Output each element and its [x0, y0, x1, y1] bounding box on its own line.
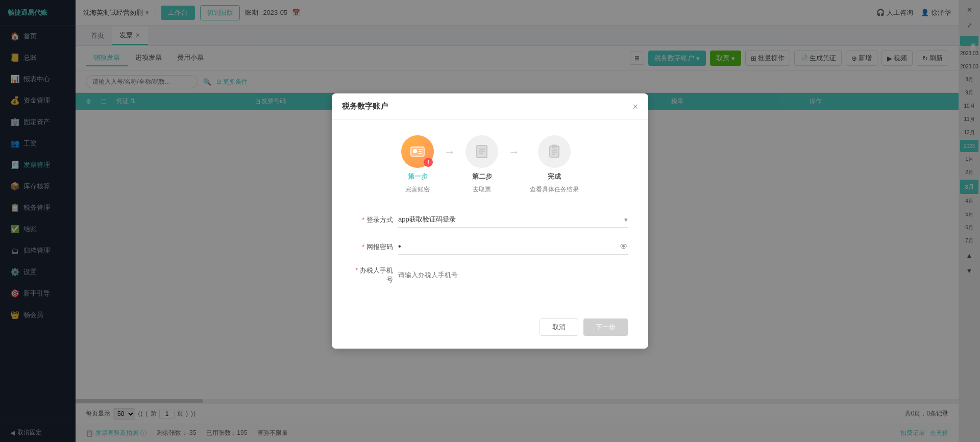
step3-label: 完成	[548, 172, 561, 181]
form-item-password: * 网报密码 👁	[352, 239, 628, 255]
step2-desc: 去取票	[473, 185, 491, 194]
login-method-select[interactable]: app获取验证码登录 ▾	[398, 212, 628, 228]
next-button[interactable]: 下一步	[583, 318, 628, 336]
dialog-close-btn[interactable]: ×	[632, 102, 638, 111]
phone-input[interactable]	[398, 268, 628, 282]
dialog-footer: 取消 下一步	[332, 311, 648, 349]
required-mark: *	[362, 216, 364, 224]
steps-indicator: ! 第一步 完善账密 →	[352, 135, 628, 194]
required-mark: *	[355, 266, 358, 274]
step3-desc: 查看具体任务结果	[530, 185, 579, 194]
step1-icon: !	[401, 135, 434, 168]
form-item-phone: * 办税人手机号	[352, 266, 628, 284]
step-1: ! 第一步 完善账密	[401, 135, 434, 194]
dropdown-chevron-icon: ▾	[624, 216, 628, 224]
dialog-body: ! 第一步 完善账密 →	[332, 120, 648, 311]
dialog-title: 税务数字账户	[342, 102, 388, 111]
password-toggle-icon[interactable]: 👁	[620, 242, 628, 252]
step1-badge: !	[424, 158, 433, 167]
phone-field-wrapper	[398, 268, 628, 282]
document-icon	[474, 143, 490, 160]
dialog-form: * 登录方式 app获取验证码登录 ▾ * 网报密码	[352, 212, 628, 284]
step3-icon	[538, 135, 571, 168]
svg-rect-2	[419, 149, 423, 150]
password-field-wrapper: 👁	[398, 239, 628, 255]
login-method-label: * 登录方式	[352, 215, 398, 225]
step2-icon	[465, 135, 498, 168]
phone-label: * 办税人手机号	[352, 266, 398, 284]
cancel-button[interactable]: 取消	[540, 318, 578, 336]
svg-rect-4	[419, 153, 422, 154]
svg-rect-10	[552, 145, 556, 148]
step-arrow-2: →	[508, 145, 520, 159]
step1-desc: 完善账密	[405, 185, 430, 194]
password-label: * 网报密码	[352, 242, 398, 252]
dialog-header: 税务数字账户 ×	[332, 93, 648, 120]
step2-label: 第二步	[472, 172, 492, 181]
form-item-login-method: * 登录方式 app获取验证码登录 ▾	[352, 212, 628, 228]
step-2: 第二步 去取票	[465, 135, 498, 194]
svg-rect-3	[419, 151, 422, 152]
step-3: 完成 查看具体任务结果	[530, 135, 579, 194]
step1-label: 第一步	[408, 172, 428, 181]
step-arrow-1: →	[444, 145, 455, 159]
person-card-icon	[409, 143, 426, 160]
required-mark: *	[362, 243, 364, 251]
clipboard-icon	[546, 143, 562, 160]
svg-point-1	[413, 149, 417, 153]
password-input[interactable]	[398, 239, 628, 255]
login-method-value: app获取验证码登录	[398, 215, 456, 224]
tax-digital-account-dialog: 税务数字账户 × !	[332, 93, 648, 349]
dialog-overlay: 税务数字账户 × !	[0, 0, 980, 442]
svg-rect-0	[411, 147, 424, 156]
svg-rect-5	[477, 145, 487, 158]
